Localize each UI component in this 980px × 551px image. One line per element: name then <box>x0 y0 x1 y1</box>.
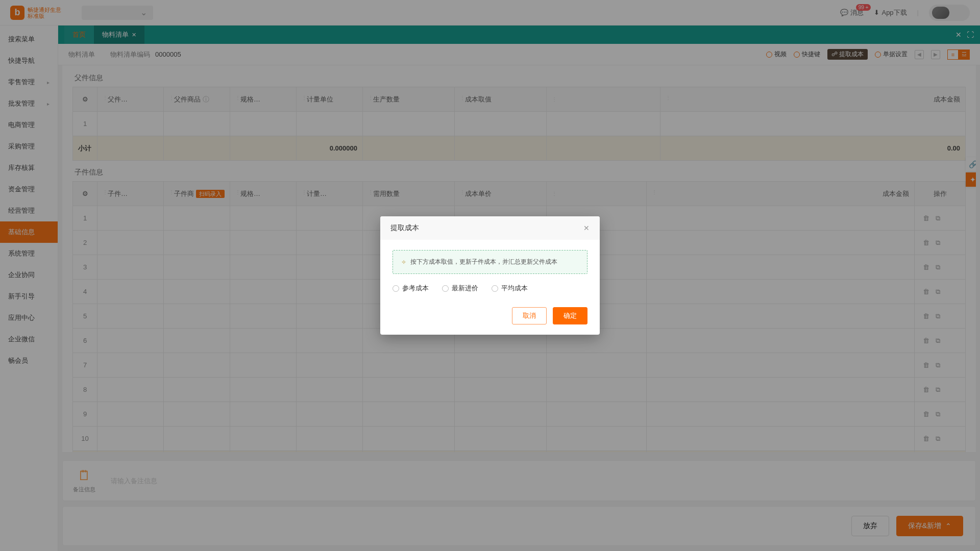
radio-icon <box>492 285 498 292</box>
radio-icon <box>393 285 399 292</box>
ok-button[interactable]: 确定 <box>553 307 587 324</box>
cost-source-option[interactable]: 平均成本 <box>492 284 528 293</box>
cost-source-option[interactable]: 参考成本 <box>393 284 429 293</box>
cost-source-option[interactable]: 最新进价 <box>442 284 478 293</box>
radio-icon <box>442 285 449 292</box>
modal-overlay: 提取成本 ✕ ✧ 按下方成本取值，更新子件成本，并汇总更新父件成本 参考成本最新… <box>0 0 980 551</box>
bulb-icon: ✧ <box>401 259 406 266</box>
modal-tip: ✧ 按下方成本取值，更新子件成本，并汇总更新父件成本 <box>393 250 587 274</box>
close-icon[interactable]: ✕ <box>583 224 590 232</box>
modal-title: 提取成本 <box>390 223 419 233</box>
cancel-button[interactable]: 取消 <box>512 307 547 324</box>
extract-cost-modal: 提取成本 ✕ ✧ 按下方成本取值，更新子件成本，并汇总更新父件成本 参考成本最新… <box>380 216 600 335</box>
cost-source-radio-group: 参考成本最新进价平均成本 <box>393 284 587 293</box>
